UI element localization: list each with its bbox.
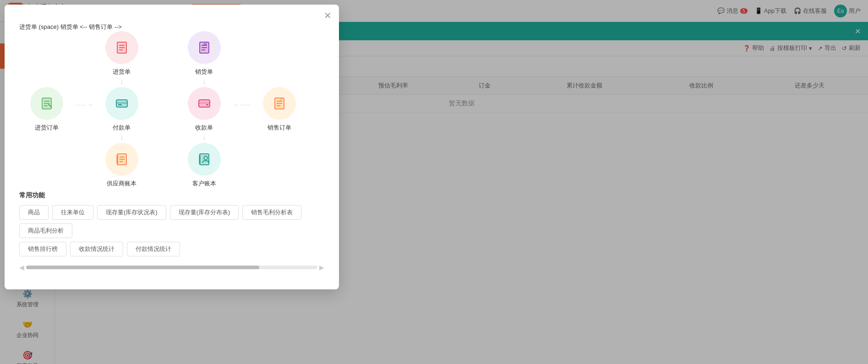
scroll-right-icon[interactable]: ▶ <box>319 264 324 271</box>
svg-rect-12 <box>116 155 118 164</box>
scrollbar-thumb <box>55 266 259 269</box>
modal-overlay: ✕ 进货单 (space) 销货单 <-- 销售订单 --> <box>55 22 868 364</box>
supplier-ledger-label: 供应商账本 <box>107 179 136 188</box>
flow-col-sales: 销货单 ↓ <box>177 31 232 188</box>
sales-bill-icon <box>188 31 221 64</box>
flow-node-purchase-order[interactable]: 进货订单 <box>55 87 74 132</box>
purchase-order-icon <box>55 87 63 120</box>
scrollbar-track[interactable] <box>55 266 317 269</box>
payment-label: 付款单 <box>113 124 131 132</box>
svg-rect-20 <box>203 43 207 45</box>
purchase-bill-icon <box>105 31 138 64</box>
svg-rect-22 <box>199 102 210 104</box>
func-btn-goods-margin[interactable]: 商品毛利分析 <box>55 223 72 238</box>
svg-rect-10 <box>118 104 122 105</box>
flow-node-payment[interactable]: 付款单 <box>94 87 149 132</box>
receipt-label: 收款单 <box>195 124 213 132</box>
func-btn-payment-stats[interactable]: 付款情况统计 <box>127 242 180 256</box>
flow-node-sales-bill[interactable]: 销货单 <box>177 31 232 76</box>
func-buttons-row2: 销售排行榜 收款情况统计 付款情况统计 <box>55 242 324 256</box>
down-arrow-purchase: ↓ <box>120 78 124 85</box>
supplier-ledger-icon <box>105 143 138 176</box>
flow-node-purchase-bill[interactable]: 进货单 <box>94 31 149 76</box>
flow-node-customer-ledger[interactable]: 客户账本 <box>177 143 232 188</box>
customer-ledger-label: 客户账本 <box>192 179 216 188</box>
sales-order-icon <box>263 87 296 120</box>
flow-node-supplier-ledger[interactable]: 供应商账本 <box>94 143 149 188</box>
down-arrow-sales: ↓ <box>202 78 206 85</box>
modal-scrollbar-container: ◀ ▶ <box>55 264 324 271</box>
func-buttons-row1: 商品 往来单位 现存量(库存状况表) 现存量(库存分布表) 销售毛利分析表 商品… <box>55 205 324 238</box>
svg-rect-9 <box>116 102 127 104</box>
flow-node-sales-order[interactable]: 销售订单 <box>252 87 307 132</box>
func-btn-stock-status[interactable]: 现存量(库存状况表) <box>97 205 166 220</box>
func-btn-partners[interactable]: 往来单位 <box>55 205 93 220</box>
func-btn-receipt-stats[interactable]: 收款情况统计 <box>70 242 123 256</box>
func-btn-sales-margin[interactable]: 销售毛利分析表 <box>242 205 301 220</box>
svg-rect-23 <box>206 104 208 105</box>
down-arrow-payment: ↓ <box>120 134 124 141</box>
receipt-icon <box>188 87 221 120</box>
common-functions-section: 常用功能 商品 往来单位 现存量(库存状况表) 现存量(库存分布表) 销售毛利分… <box>55 191 324 256</box>
svg-rect-25 <box>199 155 201 164</box>
flow-node-receipt[interactable]: 收款单 <box>177 87 232 132</box>
func-btn-stock-dist[interactable]: 现存量(库存分布表) <box>170 205 239 220</box>
purchase-bill-label: 进货单 <box>113 68 131 76</box>
common-funcs-title: 常用功能 <box>55 191 324 200</box>
func-btn-sales-rank[interactable]: 销售排行榜 <box>55 242 66 256</box>
quick-nav-modal: ✕ 进货单 (space) 销货单 <-- 销售订单 --> <box>55 22 339 289</box>
down-arrow-receipt: ↓ <box>202 134 206 141</box>
customer-ledger-icon <box>188 143 221 176</box>
sales-bill-label: 销货单 <box>195 68 213 76</box>
purchase-order-label: 进货订单 <box>55 124 59 132</box>
flow-col-purchase: 进货单 ↓ <box>94 31 149 188</box>
sales-order-label: 销售订单 <box>267 124 291 132</box>
payment-icon <box>105 87 138 120</box>
